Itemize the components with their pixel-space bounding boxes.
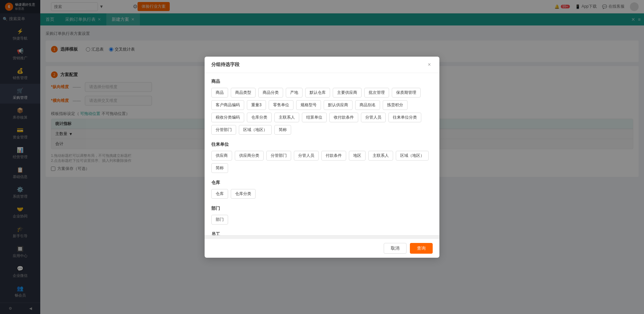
- modal-title: 分组待选字段: [211, 62, 239, 68]
- field-tag[interactable]: 仓库分类: [231, 189, 256, 199]
- field-tag[interactable]: 仓库: [211, 189, 228, 199]
- field-tag[interactable]: 地区: [349, 151, 366, 161]
- field-tag[interactable]: 产地: [286, 88, 303, 98]
- product-field-tags: 商品 商品类型 商品分类 产地 默认仓库 主要供应商 批次管理 保质期管理 客户…: [211, 88, 433, 135]
- field-tag[interactable]: 简称: [211, 163, 228, 173]
- field-group-partner: 往来单位 供应商 供应商分类 分管部门 分管人员 付款条件 地区 主联系人 区域…: [211, 141, 433, 173]
- field-select-modal: 分组待选字段 × 商品 商品 商品类型 商品分类 产地 默认仓库 主要供应商 批…: [205, 57, 439, 258]
- modal-footer: 取消 查询: [205, 239, 439, 258]
- modal-header: 分组待选字段 ×: [205, 57, 439, 73]
- dept-field-tags: 部门: [211, 215, 433, 225]
- field-tag[interactable]: 零售单位: [269, 100, 293, 110]
- modal-horizontal-scrollbar[interactable]: [205, 235, 439, 239]
- field-group-product: 商品 商品 商品类型 商品分类 产地 默认仓库 主要供应商 批次管理 保质期管理…: [211, 78, 433, 135]
- field-tag[interactable]: 主联系人: [274, 113, 299, 122]
- field-tag[interactable]: 客户商品编码: [211, 100, 244, 110]
- field-tag[interactable]: 重量3: [247, 100, 266, 110]
- field-tag[interactable]: 分管部门: [266, 151, 291, 161]
- partner-field-tags: 供应商 供应商分类 分管部门 分管人员 付款条件 地区 主联系人 区域（地区） …: [211, 151, 433, 173]
- field-tag[interactable]: 区域（地区）: [239, 125, 272, 135]
- field-tag[interactable]: 分管人员: [361, 113, 386, 122]
- field-tag[interactable]: 分管人员: [294, 151, 319, 161]
- modal-body: 商品 商品 商品类型 商品分类 产地 默认仓库 主要供应商 批次管理 保质期管理…: [205, 73, 439, 235]
- product-group-title: 商品: [211, 78, 433, 84]
- field-tag[interactable]: 付款条件: [321, 151, 346, 161]
- field-tag[interactable]: 分管部门: [211, 125, 236, 135]
- field-tag[interactable]: 结算单位: [302, 113, 327, 122]
- field-tag[interactable]: 简称: [274, 125, 291, 135]
- field-tag[interactable]: 收付款条件: [329, 113, 358, 122]
- field-tag[interactable]: 规格型号: [296, 100, 321, 110]
- warehouse-group-title: 仓库: [211, 180, 433, 186]
- field-group-employee: 员工 业务员: [211, 231, 433, 235]
- cancel-button[interactable]: 取消: [384, 243, 407, 254]
- field-tag[interactable]: 部门: [211, 215, 228, 225]
- partner-group-title: 往来单位: [211, 141, 433, 147]
- field-tag[interactable]: 商品类型: [231, 88, 256, 98]
- field-tag[interactable]: 供应商分类: [235, 151, 264, 161]
- confirm-button[interactable]: 查询: [410, 243, 433, 254]
- field-tag[interactable]: 拣货积分: [383, 100, 408, 110]
- field-tag[interactable]: 税收分类编码: [211, 113, 244, 122]
- field-tag[interactable]: 区域（地区）: [396, 151, 429, 161]
- field-group-warehouse: 仓库 仓库 仓库分类: [211, 180, 433, 199]
- field-tag[interactable]: 默认仓库: [305, 88, 330, 98]
- field-tag[interactable]: 供应商: [211, 151, 232, 161]
- field-tag[interactable]: 保质期管理: [392, 88, 421, 98]
- field-tag[interactable]: 商品分类: [258, 88, 283, 98]
- field-tag[interactable]: 批次管理: [364, 88, 389, 98]
- modal-close-btn[interactable]: ×: [426, 61, 433, 68]
- employee-group-title: 员工: [211, 231, 433, 235]
- dept-group-title: 部门: [211, 205, 433, 211]
- field-tag[interactable]: 主要供应商: [333, 88, 362, 98]
- field-tag[interactable]: 往来单位分类: [388, 113, 421, 122]
- field-tag[interactable]: 主联系人: [368, 151, 393, 161]
- field-tag[interactable]: 商品: [211, 88, 228, 98]
- warehouse-field-tags: 仓库 仓库分类: [211, 189, 433, 199]
- field-tag[interactable]: 仓库分类: [247, 113, 272, 122]
- field-group-dept: 部门 部门: [211, 205, 433, 225]
- field-tag[interactable]: 商品别名: [355, 100, 380, 110]
- field-tag[interactable]: 默认供应商: [324, 100, 353, 110]
